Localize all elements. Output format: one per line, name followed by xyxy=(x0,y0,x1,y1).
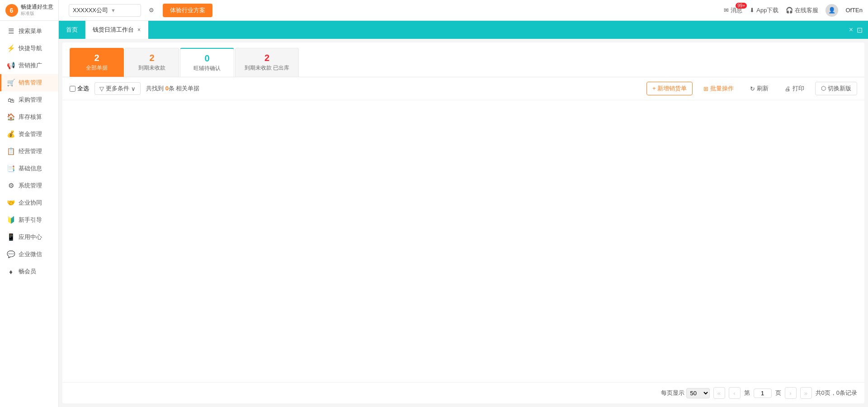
print-icon: 🖨 xyxy=(785,85,791,92)
first-page-button[interactable]: « xyxy=(713,387,725,399)
close-tab-button[interactable]: × xyxy=(849,26,853,34)
found-text: 共找到 0条 相关单据 xyxy=(146,84,199,93)
overdue-count: 2 xyxy=(134,53,170,63)
avatar[interactable]: 👤 xyxy=(826,4,838,17)
message-button[interactable]: ✉ 消息 99+ xyxy=(724,6,742,14)
overdue-shipped-count: 2 xyxy=(245,53,289,63)
overdue-shipped-label: 到期未收款 已出库 xyxy=(245,64,289,72)
finance-icon: 💰 xyxy=(7,130,15,138)
expand-button[interactable]: ⊡ xyxy=(857,26,863,34)
prev-page-button[interactable]: ‹ xyxy=(729,387,741,399)
app-download-icon: ⬇ xyxy=(750,7,755,14)
batch-icon: ⊞ xyxy=(703,85,708,92)
all-label: 全部单据 xyxy=(79,64,114,72)
marketing-icon: 📢 xyxy=(7,61,15,70)
message-icon: ✉ xyxy=(724,7,729,14)
logo-badge: 标准版 xyxy=(21,10,53,17)
sidebar-item-system[interactable]: ⚙ 系统管理 xyxy=(0,177,58,194)
summary-tab-all[interactable]: 2 全部单据 xyxy=(70,48,124,77)
guide-icon: 🔰 xyxy=(7,216,15,224)
sidebar-item-search[interactable]: ☰ 搜索菜单 xyxy=(0,23,58,40)
next-page-button[interactable]: › xyxy=(785,387,797,399)
page-size-selector: 每页显示 50 10 20 100 xyxy=(661,388,710,398)
main-content: 2 全部单据 2 到期未收款 0 旺辅待确认 2 到期未收款 已出库 全选 xyxy=(59,39,868,407)
pending-count: 0 xyxy=(189,53,225,64)
message-badge: 99+ xyxy=(736,3,747,9)
table-area xyxy=(62,100,864,382)
sidebar-item-base-info[interactable]: 📑 基础信息 xyxy=(0,160,58,177)
nav-right-buttons: × ⊡ xyxy=(849,26,868,34)
sidebar-item-wechat[interactable]: 💬 企业微信 xyxy=(0,246,58,263)
sidebar-item-coop[interactable]: 🤝 企业协同 xyxy=(0,194,58,211)
switch-icon: ⬡ xyxy=(821,85,826,92)
chevron-filter-icon: ∨ xyxy=(131,85,136,92)
sidebar-item-operation[interactable]: 📋 经营管理 xyxy=(0,143,58,160)
summary-tab-overdue[interactable]: 2 到期未收款 xyxy=(125,48,179,77)
purchase-icon: 🛍 xyxy=(7,96,15,104)
toolbar-left: 全选 ▽ 更多条件 ∨ 共找到 0条 相关单据 xyxy=(70,82,199,95)
base-info-icon: 📑 xyxy=(7,164,15,173)
tab-home[interactable]: 首页 xyxy=(59,21,85,39)
tab-close-icon[interactable]: × xyxy=(137,27,141,33)
chevron-down-icon: ▼ xyxy=(111,8,116,13)
print-button[interactable]: 🖨 打印 xyxy=(779,82,810,95)
page-word: 第 xyxy=(744,389,750,397)
tab-workbench[interactable]: 钱货日清工作台 × xyxy=(85,21,148,39)
operation-icon: 📋 xyxy=(7,147,15,155)
logo-area: 6 畅捷通好生意 标准版 xyxy=(0,0,58,21)
sidebar-item-quick-nav[interactable]: ⚡ 快捷导航 xyxy=(0,40,58,57)
username-label: OfTEn xyxy=(845,7,863,14)
total-info: 共0页，0条记录 xyxy=(816,389,857,397)
page-input[interactable] xyxy=(754,388,772,398)
refresh-icon: ↻ xyxy=(750,85,755,92)
pending-label: 旺辅待确认 xyxy=(189,65,225,72)
coop-icon: 🤝 xyxy=(7,199,15,207)
pagination-bar: 每页显示 50 10 20 100 « ‹ 第 页 › » 共0页，0条记录 xyxy=(62,382,864,403)
last-page-button[interactable]: » xyxy=(800,387,812,399)
sidebar-menu: ☰ 搜索菜单 ⚡ 快捷导航 📢 营销推广 🛒 销售管理 🛍 采购管理 🏠 库存核… xyxy=(0,21,58,407)
found-count: 0 xyxy=(165,85,169,92)
overdue-label: 到期未收款 xyxy=(134,64,170,72)
page-suffix: 页 xyxy=(775,389,781,397)
switch-version-button[interactable]: ⬡ 切换新版 xyxy=(815,82,857,95)
app-center-icon: 📱 xyxy=(7,233,15,241)
sidebar-item-marketing[interactable]: 📢 营销推广 xyxy=(0,57,58,74)
sidebar-item-purchase[interactable]: 🛍 采购管理 xyxy=(0,91,58,108)
page-size-select[interactable]: 50 10 20 100 xyxy=(686,388,710,398)
sidebar-item-sales[interactable]: 🛒 销售管理 xyxy=(0,74,58,91)
sidebar-item-member[interactable]: ♦ 畅会员 xyxy=(0,263,58,280)
search-menu-icon: ☰ xyxy=(7,27,15,35)
add-order-button[interactable]: + 新增销货单 xyxy=(646,82,693,95)
stock-icon: 🏠 xyxy=(7,113,15,121)
header-right: ✉ 消息 99+ ⬇ App下载 🎧 在线客服 👤 OfTEn xyxy=(724,4,863,17)
online-service-button[interactable]: 🎧 在线客服 xyxy=(786,6,818,14)
headset-icon: 🎧 xyxy=(786,7,793,14)
select-all-checkbox[interactable]: 全选 xyxy=(70,84,89,93)
select-all-input[interactable] xyxy=(70,86,75,92)
sidebar-item-stock[interactable]: 🏠 库存核算 xyxy=(0,108,58,126)
summary-tab-pending[interactable]: 0 旺辅待确认 xyxy=(180,48,234,77)
trial-button[interactable]: 体验行业方案 xyxy=(163,4,212,17)
wechat-icon: 💬 xyxy=(7,250,15,258)
avatar-placeholder: 👤 xyxy=(828,7,835,14)
logo-icon: 6 xyxy=(5,4,18,17)
app-download-button[interactable]: ⬇ App下载 xyxy=(750,6,778,14)
member-icon: ♦ xyxy=(7,267,15,276)
toolbar: 全选 ▽ 更多条件 ∨ 共找到 0条 相关单据 + 新增销货单 ⊞ 批量操作 xyxy=(62,77,864,100)
company-selector[interactable]: XXXXXX公司 ▼ xyxy=(69,4,141,17)
sidebar-item-guide[interactable]: 🔰 新手引导 xyxy=(0,211,58,229)
content-area: 2 全部单据 2 到期未收款 0 旺辅待确认 2 到期未收款 已出库 全选 xyxy=(62,42,864,403)
batch-operation-button[interactable]: ⊞ 批量操作 xyxy=(698,82,739,95)
summary-tab-overdue-shipped[interactable]: 2 到期未收款 已出库 xyxy=(235,48,299,77)
sales-icon: 🛒 xyxy=(7,79,15,87)
sidebar-item-finance[interactable]: 💰 资金管理 xyxy=(0,126,58,143)
filter-icon: ▽ xyxy=(99,85,104,92)
all-count: 2 xyxy=(79,53,114,63)
sidebar-item-app[interactable]: 📱 应用中心 xyxy=(0,229,58,246)
settings-button[interactable]: ⚙ xyxy=(145,4,158,17)
filter-button[interactable]: ▽ 更多条件 ∨ xyxy=(94,82,141,95)
refresh-button[interactable]: ↻ 刷新 xyxy=(745,82,774,95)
top-header: XXXXXX公司 ▼ ⚙ 体验行业方案 ✉ 消息 99+ ⬇ App下载 🎧 在… xyxy=(59,0,868,21)
logo-text: 畅捷通好生意 xyxy=(21,4,53,11)
toolbar-right: + 新增销货单 ⊞ 批量操作 ↻ 刷新 🖨 打印 ⬡ 切换新版 xyxy=(646,82,857,95)
